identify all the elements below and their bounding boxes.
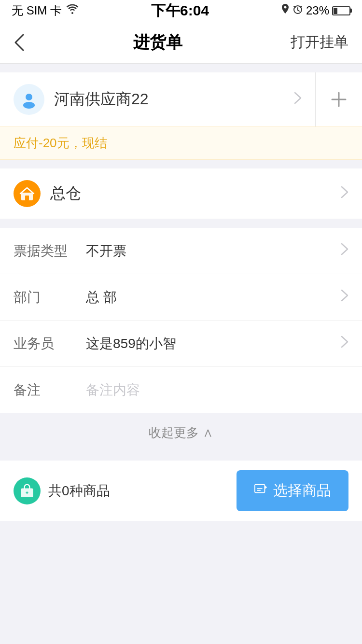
page-background: [0, 521, 362, 644]
select-goods-label: 选择商品: [273, 481, 331, 501]
form-section: 票据类型 不开票 部门 总 部 业务员 这是859的小智 备注 备注内容: [0, 228, 362, 413]
section-gap-1: [0, 64, 362, 72]
warehouse-name: 总仓: [50, 183, 341, 204]
battery-percentage: 23%: [306, 4, 329, 17]
page-title: 进货单: [133, 31, 182, 54]
invoice-value: 不开票: [76, 242, 341, 260]
warehouse-icon: [14, 180, 41, 207]
remark-row[interactable]: 备注 备注内容: [0, 367, 362, 413]
open-pending-button[interactable]: 打开挂单: [291, 32, 348, 52]
status-right: 23%: [281, 4, 350, 17]
alarm-icon: [292, 4, 303, 17]
nav-bar: 进货单 打开挂单: [0, 21, 362, 64]
warehouse-row[interactable]: 总仓: [0, 168, 362, 219]
supplier-section: 河南供应商22 应付-20元，现结: [0, 72, 362, 160]
warehouse-chevron-icon: [341, 186, 348, 202]
battery-icon: [332, 6, 350, 15]
supplier-chevron-icon: [294, 92, 302, 108]
collapse-label: 收起更多 ∧: [149, 424, 213, 441]
salesman-row[interactable]: 业务员 这是859的小智: [0, 321, 362, 367]
location-icon: [281, 4, 290, 17]
status-left: 无 SIM 卡: [12, 3, 79, 18]
department-label: 部门: [14, 288, 76, 307]
goods-count-text: 共0种商品: [48, 482, 110, 500]
invoice-chevron-icon: [341, 243, 348, 259]
add-supplier-button[interactable]: [316, 72, 362, 126]
section-gap-3: [0, 219, 362, 228]
select-goods-button[interactable]: 选择商品: [237, 470, 348, 511]
warehouse-section: 总仓: [0, 168, 362, 219]
bottom-bar: 共0种商品 选择商品: [0, 461, 362, 521]
salesman-chevron-icon: [341, 336, 348, 351]
main-content: 河南供应商22 应付-20元，现结 总仓: [0, 64, 362, 644]
svg-rect-5: [25, 196, 29, 200]
carrier-label: 无 SIM 卡: [12, 3, 62, 18]
notice-bar: 应付-20元，现结: [0, 126, 362, 160]
salesman-label: 业务员: [14, 335, 76, 353]
department-row[interactable]: 部门 总 部: [0, 274, 362, 321]
wifi-icon: [66, 4, 79, 17]
supplier-avatar: [14, 84, 44, 115]
remark-label: 备注: [14, 381, 76, 399]
department-value: 总 部: [76, 288, 341, 307]
invoice-row[interactable]: 票据类型 不开票: [0, 228, 362, 274]
select-goods-icon: [254, 483, 268, 499]
salesman-value: 这是859的小智: [76, 335, 341, 353]
goods-count-area: 共0种商品: [14, 477, 237, 504]
invoice-label: 票据类型: [14, 242, 76, 260]
status-bar: 无 SIM 卡 下午6:04 23%: [0, 0, 362, 21]
back-button[interactable]: [14, 33, 25, 52]
svg-point-2: [26, 94, 32, 100]
goods-count-icon: [14, 477, 41, 504]
svg-point-3: [23, 102, 35, 109]
section-gap-4: [0, 452, 362, 461]
supplier-row: 河南供应商22: [0, 72, 362, 126]
time-label: 下午6:04: [151, 1, 209, 21]
supplier-main[interactable]: 河南供应商22: [0, 72, 316, 126]
department-chevron-icon: [341, 289, 348, 305]
collapse-toggle[interactable]: 收起更多 ∧: [0, 413, 362, 452]
supplier-name: 河南供应商22: [54, 89, 294, 110]
section-gap-2: [0, 160, 362, 168]
remark-placeholder: 备注内容: [76, 381, 348, 399]
